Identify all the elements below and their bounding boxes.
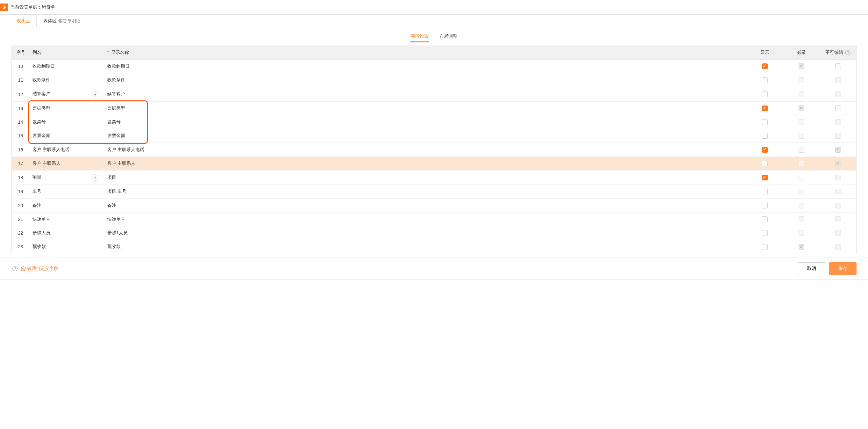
tab-primary-0[interactable]: 表头区: [10, 15, 37, 27]
column-name-text: 快递单号: [32, 217, 50, 222]
cell-show: [746, 212, 783, 226]
add-icon[interactable]: +: [92, 174, 98, 181]
gear-icon: [21, 266, 26, 271]
cell-seq: 23: [12, 240, 29, 254]
cell-column-name: 快递单号: [29, 212, 104, 226]
cell-display-name[interactable]: 客户.主联系人: [104, 156, 746, 170]
cell-display-name[interactable]: 备注: [104, 199, 746, 212]
cell-required: [783, 115, 819, 129]
cancel-button[interactable]: 取消: [798, 262, 825, 275]
checkbox-show[interactable]: [762, 106, 768, 111]
cell-display-name[interactable]: 预收款: [104, 240, 746, 254]
checkbox-readonly: [835, 175, 841, 180]
cell-readonly: [819, 143, 856, 156]
table-row: 17客户.主联系人客户.主联系人: [12, 156, 856, 170]
cell-display-name[interactable]: 发票金额: [104, 129, 746, 143]
svg-point-0: [23, 268, 24, 269]
table-wrapper: 序号 列名 * 显示名称 显示 必录 不可编辑 ?: [0, 46, 868, 254]
checkbox-show[interactable]: [762, 91, 768, 97]
cell-required: [783, 185, 819, 199]
column-name-text: 收款到期日: [32, 63, 55, 68]
checkbox-show[interactable]: [762, 119, 768, 125]
expand-panel-button[interactable]: [0, 3, 8, 11]
manage-custom-fields-link[interactable]: 管理自定义字段: [21, 266, 58, 271]
cell-display-name[interactable]: 项目: [104, 171, 746, 185]
checkbox-show[interactable]: [762, 147, 768, 153]
checkbox-required: [799, 63, 804, 69]
checkbox-show[interactable]: [762, 78, 768, 83]
cell-display-name[interactable]: 快递单号: [104, 212, 746, 226]
col-header-readonly: 不可编辑 ?: [819, 46, 856, 60]
checkbox-show[interactable]: [762, 63, 768, 69]
checkbox-required: [799, 106, 804, 111]
cell-column-name: 备注: [29, 199, 104, 212]
cell-display-name[interactable]: 票据类型: [104, 102, 746, 115]
cell-column-name: 车号: [29, 185, 104, 199]
checkbox-show[interactable]: [762, 133, 768, 139]
cell-seq: 19: [12, 185, 29, 199]
help-icon[interactable]: ?: [845, 50, 850, 55]
tab-secondary-0[interactable]: 字段设置: [410, 32, 429, 41]
add-icon[interactable]: +: [92, 91, 98, 97]
save-button[interactable]: 保存: [829, 262, 857, 275]
cell-required: [783, 171, 819, 185]
cell-readonly: [819, 240, 856, 254]
cell-required: [783, 226, 819, 240]
cell-show: [746, 171, 783, 185]
checkbox-show[interactable]: [762, 217, 768, 222]
col-header-name: 列名: [29, 46, 104, 60]
header-title-prefix: 当前设置单据：: [10, 4, 42, 10]
column-name-text: 结算客户: [32, 91, 50, 96]
checkbox-readonly[interactable]: [835, 63, 841, 69]
checkbox-readonly: [835, 161, 841, 166]
cell-show: [746, 87, 783, 102]
cell-seq: 21: [12, 212, 29, 226]
cell-required: [783, 87, 819, 102]
cell-display-name[interactable]: 项目.车号: [104, 185, 746, 199]
tab-secondary-1[interactable]: 布局调整: [439, 32, 458, 41]
cell-seq: 22: [12, 226, 29, 240]
cell-column-name: 结算客户+: [29, 87, 104, 102]
cell-show: [746, 156, 783, 170]
col-header-display-name: * 显示名称: [104, 46, 746, 60]
checkbox-readonly[interactable]: [835, 106, 841, 111]
cell-seq: 17: [12, 156, 29, 170]
checkbox-required[interactable]: [799, 175, 804, 180]
cell-required: [783, 240, 819, 254]
checkbox-show[interactable]: [762, 230, 768, 236]
cell-readonly: [819, 115, 856, 129]
checkbox-required: [799, 91, 804, 97]
checkbox-readonly: [835, 147, 841, 153]
checkbox-show[interactable]: [762, 203, 768, 208]
cell-column-name: 预收款: [29, 240, 104, 254]
cell-readonly: [819, 87, 856, 102]
checkbox-readonly: [835, 230, 841, 236]
checkbox-show[interactable]: [762, 189, 768, 194]
cell-show: [746, 60, 783, 73]
table-row: 10收款到期日收款到期日: [12, 60, 856, 73]
table-row: 21快递单号快递单号: [12, 212, 856, 226]
column-name-text: 车号: [32, 189, 41, 194]
column-name-text: 收款条件: [32, 77, 50, 82]
footer-bar: ? 管理自定义字段 取消 保存: [0, 258, 868, 280]
col-header-show: 显示: [746, 46, 783, 60]
cell-required: [783, 73, 819, 87]
cell-column-name: 发票金额: [29, 129, 104, 143]
cell-display-name[interactable]: 发票号: [104, 115, 746, 129]
checkbox-show[interactable]: [762, 175, 768, 180]
checkbox-show[interactable]: [762, 161, 768, 166]
cell-display-name[interactable]: 收款条件: [104, 73, 746, 87]
cell-display-name[interactable]: 结算客户: [104, 87, 746, 102]
column-name-text: 步骤人员: [32, 230, 50, 235]
cell-column-name: 客户.主联系人电话: [29, 143, 104, 156]
cell-seq: 13: [12, 102, 29, 115]
tab-primary-1[interactable]: 表体区-销货单明细: [37, 15, 87, 27]
checkbox-show[interactable]: [762, 244, 768, 250]
cell-display-name[interactable]: 收款到期日: [104, 60, 746, 73]
cell-display-name[interactable]: 客户.主联系人电话: [104, 143, 746, 156]
table-container: 序号 列名 * 显示名称 显示 必录 不可编辑 ?: [11, 46, 857, 254]
checkbox-required: [799, 203, 804, 208]
cell-display-name[interactable]: 步骤1人员: [104, 226, 746, 240]
table-row: 14发票号发票号: [12, 115, 856, 129]
help-icon-footer[interactable]: ?: [12, 266, 18, 271]
